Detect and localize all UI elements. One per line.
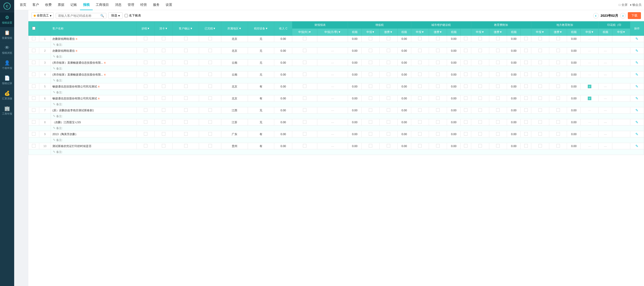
edit-cell[interactable]: ✎ bbox=[630, 143, 644, 149]
edit-cell[interactable]: ✎ bbox=[630, 83, 644, 90]
empty-checkbox[interactable] bbox=[303, 144, 306, 148]
empty-checkbox[interactable] bbox=[436, 84, 440, 88]
empty-checkbox[interactable] bbox=[464, 96, 467, 100]
empty-checkbox[interactable] bbox=[478, 132, 482, 136]
empty-checkbox[interactable] bbox=[436, 61, 440, 64]
empty-checkbox[interactable] bbox=[184, 96, 188, 100]
search-box[interactable]: 🔍 bbox=[56, 13, 106, 19]
edit-icon[interactable]: ✎ bbox=[635, 73, 638, 77]
empty-checkbox[interactable] bbox=[303, 132, 306, 136]
edit-icon[interactable]: ✎ bbox=[635, 108, 638, 112]
empty-checkbox[interactable] bbox=[436, 144, 440, 148]
empty-checkbox[interactable] bbox=[208, 61, 212, 64]
empty-checkbox[interactable] bbox=[556, 132, 560, 136]
edit-icon[interactable]: ✎ bbox=[635, 120, 638, 124]
edit-icon[interactable]: ✎ bbox=[635, 84, 638, 88]
empty-checkbox[interactable] bbox=[418, 120, 422, 124]
empty-checkbox[interactable] bbox=[478, 73, 482, 76]
empty-checkbox[interactable] bbox=[32, 144, 35, 148]
empty-checkbox[interactable] bbox=[496, 96, 500, 100]
download-button[interactable]: 下载 bbox=[628, 12, 641, 19]
empty-checkbox[interactable] bbox=[387, 96, 390, 100]
empty-checkbox[interactable] bbox=[184, 144, 188, 148]
empty-checkbox[interactable] bbox=[144, 120, 147, 124]
empty-checkbox[interactable] bbox=[436, 120, 440, 124]
empty-checkbox[interactable] bbox=[303, 96, 306, 100]
empty-checkbox[interactable] bbox=[478, 120, 482, 124]
edit-cell[interactable]: ✎ bbox=[630, 48, 644, 54]
empty-checkbox[interactable] bbox=[556, 108, 560, 112]
empty-checkbox[interactable] bbox=[369, 61, 372, 64]
pencil-icon[interactable]: ✎ bbox=[53, 43, 55, 46]
empty-checkbox[interactable] bbox=[436, 49, 440, 52]
empty-checkbox[interactable] bbox=[144, 84, 147, 88]
empty-checkbox[interactable] bbox=[464, 84, 467, 88]
empty-checkbox[interactable] bbox=[436, 73, 440, 76]
empty-checkbox[interactable] bbox=[162, 49, 165, 52]
empty-checkbox[interactable] bbox=[369, 96, 372, 100]
sidebar-item-personal-tax[interactable]: 👤 个税申报 bbox=[0, 58, 14, 73]
empty-checkbox[interactable] bbox=[144, 61, 147, 64]
empty-checkbox[interactable] bbox=[496, 61, 500, 64]
empty-checkbox[interactable] bbox=[464, 120, 467, 124]
empty-checkbox[interactable] bbox=[464, 49, 467, 52]
empty-checkbox[interactable] bbox=[478, 96, 482, 100]
empty-checkbox[interactable] bbox=[478, 84, 482, 88]
empty-checkbox[interactable] bbox=[496, 73, 500, 76]
sidebar-item-batch-tax[interactable]: 📋 批量报税 bbox=[0, 27, 14, 43]
empty-checkbox[interactable] bbox=[496, 120, 500, 124]
empty-checkbox[interactable] bbox=[464, 61, 467, 64]
pencil-icon[interactable]: ✎ bbox=[53, 114, 55, 118]
empty-checkbox[interactable] bbox=[524, 84, 528, 88]
empty-checkbox[interactable] bbox=[303, 49, 306, 52]
pencil-icon[interactable]: ✎ bbox=[53, 55, 55, 58]
edit-icon[interactable]: ✎ bbox=[635, 49, 638, 53]
empty-checkbox[interactable] bbox=[538, 37, 542, 40]
empty-checkbox[interactable] bbox=[303, 73, 306, 76]
empty-checkbox[interactable] bbox=[478, 108, 482, 112]
sidebar-item-tax-settings[interactable]: ⚙ 报税设置 bbox=[0, 12, 14, 27]
empty-checkbox[interactable] bbox=[556, 144, 560, 148]
empty-checkbox[interactable] bbox=[496, 144, 500, 148]
empty-checkbox[interactable] bbox=[162, 84, 165, 88]
empty-checkbox[interactable] bbox=[184, 132, 188, 136]
empty-checkbox[interactable] bbox=[538, 61, 542, 64]
empty-checkbox[interactable] bbox=[556, 73, 560, 76]
empty-checkbox[interactable] bbox=[303, 120, 306, 124]
empty-checkbox[interactable] bbox=[538, 120, 542, 124]
empty-checkbox[interactable] bbox=[538, 108, 542, 112]
edit-icon[interactable]: ✎ bbox=[635, 61, 638, 65]
empty-checkbox[interactable] bbox=[524, 37, 528, 40]
edit-cell[interactable]: ✎ bbox=[630, 60, 644, 66]
empty-checkbox[interactable] bbox=[162, 132, 165, 136]
empty-checkbox[interactable] bbox=[436, 96, 440, 100]
empty-checkbox[interactable] bbox=[556, 37, 560, 40]
named-list-checkbox[interactable]: 名下账表 bbox=[125, 13, 141, 18]
empty-checkbox[interactable] bbox=[32, 61, 35, 64]
empty-checkbox[interactable] bbox=[496, 132, 500, 136]
empty-checkbox[interactable] bbox=[387, 37, 390, 40]
sidebar-item-annual-report[interactable]: 🏢 工商年报 bbox=[0, 103, 14, 118]
empty-checkbox[interactable] bbox=[162, 144, 165, 148]
empty-checkbox[interactable] bbox=[524, 96, 528, 100]
empty-checkbox[interactable] bbox=[369, 49, 372, 52]
empty-checkbox[interactable] bbox=[144, 37, 147, 40]
empty-checkbox[interactable] bbox=[184, 49, 188, 52]
empty-checkbox[interactable] bbox=[184, 61, 188, 64]
empty-checkbox[interactable] bbox=[464, 144, 467, 148]
edit-icon[interactable]: ✎ bbox=[635, 37, 638, 41]
empty-checkbox[interactable] bbox=[538, 144, 542, 148]
empty-checkbox[interactable] bbox=[496, 84, 500, 88]
empty-checkbox[interactable] bbox=[184, 120, 188, 124]
edit-icon[interactable]: ✎ bbox=[635, 132, 638, 136]
empty-checkbox[interactable] bbox=[524, 144, 528, 148]
empty-checkbox[interactable] bbox=[387, 132, 390, 136]
empty-checkbox[interactable] bbox=[208, 37, 212, 40]
empty-checkbox[interactable] bbox=[208, 84, 212, 88]
empty-checkbox[interactable] bbox=[303, 108, 306, 112]
next-month-btn[interactable]: › bbox=[620, 13, 626, 19]
empty-checkbox[interactable] bbox=[387, 120, 390, 124]
empty-checkbox[interactable] bbox=[369, 37, 372, 40]
empty-checkbox[interactable] bbox=[144, 132, 147, 136]
empty-checkbox[interactable] bbox=[162, 120, 165, 124]
